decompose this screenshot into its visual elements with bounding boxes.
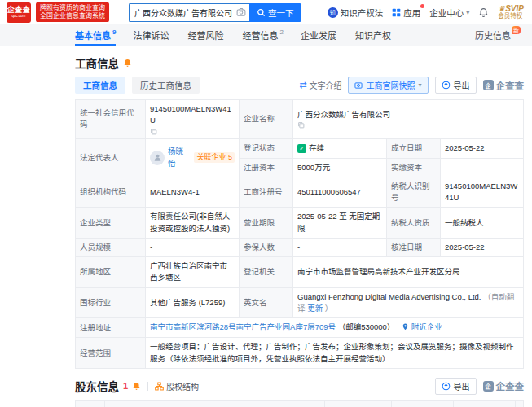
- value-establish-date: 2025-05-22: [441, 138, 524, 158]
- value-business-term: 2025-05-22 至 无固定期限: [293, 208, 387, 239]
- subtab-history-registration[interactable]: 历史工商信息: [132, 77, 200, 94]
- chevron-down-icon: ▾: [418, 81, 421, 89]
- label-reg-capital: 注册资本: [240, 158, 293, 177]
- nearby-companies-link[interactable]: 附近企业: [411, 322, 442, 331]
- ip-law-label: 知识产权法: [341, 7, 384, 19]
- qcc-logo[interactable]: 企查查 qcc.com: [7, 2, 31, 23]
- nav-item-ip-law[interactable]: 知 知识产权法: [328, 7, 384, 19]
- value-company-name: 广西分众数媒广告有限公司: [293, 100, 524, 139]
- equity-structure-link[interactable]: 股权结构: [155, 380, 199, 392]
- shareholders-title: 股东信息: [75, 378, 119, 394]
- apps-label: 应用: [403, 7, 420, 19]
- label-reg-no: 工商注册号: [240, 177, 293, 208]
- chevron-down-icon: ▾: [466, 9, 469, 16]
- svip-entry[interactable]: ♛SVIP 会员特权: [498, 4, 524, 20]
- label-paid-capital: 实缴资本: [387, 158, 441, 177]
- search-button-label: 查一下: [268, 7, 294, 19]
- value-region: 广西壮族自治区南宁市西乡塘区: [146, 257, 240, 288]
- value-credit-code: 91450100MAELN3W41U: [146, 100, 240, 139]
- tab-basic-info[interactable]: 基本信息9: [75, 24, 116, 46]
- tab-operation-info[interactable]: 经营信息2: [242, 24, 283, 46]
- camera-search-icon[interactable]: [236, 7, 246, 17]
- nav-item-enterprise-center[interactable]: 企业中心 ▾: [429, 7, 469, 19]
- slogan-line2: 全国企业信息查询系统: [40, 12, 105, 20]
- value-reg-status: ✓存续: [293, 138, 387, 158]
- nav-item-apps[interactable]: 应用: [392, 7, 420, 19]
- subtab-current-registration[interactable]: 工商信息: [75, 77, 125, 94]
- official-snapshot-button[interactable]: 工商官网快照 ▾: [348, 77, 428, 94]
- bell-icon: [478, 7, 489, 18]
- business-info-header: 工商信息: [75, 55, 524, 71]
- value-taxpayer-id: 91450100MAELN3W41U: [441, 177, 524, 208]
- export-icon: [442, 382, 451, 391]
- value-industry: 其他广告服务 (L7259): [146, 287, 240, 318]
- label-reg-status: 登记状态: [240, 138, 293, 158]
- business-info-title: 工商信息: [75, 55, 119, 71]
- history-new-badge: 新: [512, 26, 521, 34]
- label-legal-rep: 法定代表人: [76, 138, 146, 177]
- tab-company-development[interactable]: 企业发展: [301, 24, 338, 46]
- label-reg-authority: 登记机关: [240, 257, 293, 288]
- label-credit-code: 统一社会信用代码: [76, 100, 146, 139]
- search-button[interactable]: 查一下: [249, 3, 301, 22]
- copy-icon[interactable]: [297, 121, 519, 129]
- col-shareholder-name: 股东名称: [105, 400, 279, 407]
- tab-legal-litigation[interactable]: 法律诉讼: [133, 24, 170, 46]
- snapshot-camera-icon: [354, 81, 363, 90]
- divider: [147, 382, 148, 391]
- label-industry: 国标行业: [76, 287, 146, 318]
- label-staff-size: 人员规模: [76, 238, 146, 256]
- label-company-name: 企业名称: [240, 100, 293, 139]
- export-button[interactable]: 导出: [435, 77, 477, 94]
- value-org-code: MAELN3W4-1: [146, 177, 240, 208]
- search-bar: 查一下: [129, 3, 301, 22]
- label-company-type: 企业类型: [76, 208, 146, 239]
- tab-operation-risk[interactable]: 经营风险: [187, 24, 225, 46]
- business-info-table: 统一社会信用代码 91450100MAELN3W41U 企业名称 广西分众数媒广…: [75, 99, 524, 369]
- search-input[interactable]: [129, 3, 249, 22]
- slogan-banner: 牌照有资质的商业查询 全国企业信息查询系统: [36, 2, 109, 23]
- apps-notification-dot: [420, 4, 424, 8]
- enterprise-center-label: 企业中心: [429, 7, 464, 19]
- org-chart-icon: [155, 382, 164, 391]
- tab-intellectual-property[interactable]: 知识产权: [355, 24, 393, 46]
- col-first-date: 首次持股日期▲▼: [454, 400, 516, 407]
- top-header: 企查查 qcc.com 牌照有资质的商业查询 全国企业信息查询系统 查一下 知: [0, 0, 532, 24]
- subscribe-bell-icon[interactable]: [132, 382, 141, 391]
- company-tabs-bar: 基本信息9 法律诉讼 经营风险 经营信息2 企业发展 知识产权 历史信息 新: [0, 24, 532, 46]
- notification-bell[interactable]: [478, 7, 489, 18]
- text-intro-toggle[interactable]: ⇄ 文字介绍: [299, 79, 341, 91]
- value-reg-authority: 南宁市市场监督管理局高新技术产业开发区分局: [293, 257, 524, 288]
- swap-icon: ⇄: [299, 80, 306, 90]
- value-taxpayer-quality: 一般纳税人: [441, 208, 524, 239]
- value-approval-date: 2025-05-22: [441, 238, 524, 256]
- address-link[interactable]: 南宁市高新区滨河路28号南宁广告产业园A座7层709号: [150, 322, 336, 331]
- qcc-watermark-icon: 企: [483, 381, 494, 392]
- legal-rep-avatar: [150, 151, 165, 165]
- qcc-watermark: 企 企查查: [483, 79, 525, 92]
- search-icon: [257, 8, 266, 17]
- label-org-code: 组织机构代码: [76, 177, 146, 208]
- export-button[interactable]: 导出: [435, 378, 477, 395]
- legal-rep-link[interactable]: 杨晓怡: [168, 146, 191, 169]
- svip-sublabel: 会员特权: [498, 13, 522, 20]
- subscribe-bell-icon[interactable]: [123, 59, 132, 68]
- value-reg-no: 450111000606547: [293, 177, 387, 208]
- label-region: 所属地区: [76, 257, 146, 288]
- english-name-update-link[interactable]: 更新: [307, 304, 323, 313]
- label-english-name: 英文名: [240, 287, 293, 318]
- label-insured-count: 参保人数: [240, 238, 293, 256]
- related-companies-tag[interactable]: 关联企业 5: [194, 152, 235, 164]
- copy-icon[interactable]: [150, 128, 235, 135]
- value-business-scope: 一般经营项目：广告设计、代理；广告制作；广告发布；企业形象策划；会议及展览服务；…: [146, 338, 524, 369]
- status-seal-icon: ✓: [297, 144, 306, 153]
- top-right-nav: 知 知识产权法 应用 企业中心 ▾ ♛SVIP 会员特权: [328, 4, 524, 20]
- value-paid-capital: -: [441, 158, 524, 177]
- col-amount: 认缴出资额▲▼: [325, 400, 392, 407]
- tab-history-info[interactable]: 历史信息 新: [475, 24, 521, 46]
- value-staff-size: -: [146, 238, 240, 256]
- label-approval-date: 核准日期: [387, 238, 441, 256]
- value-company-type: 有限责任公司(非自然人投资或控股的法人独资): [146, 208, 240, 239]
- label-taxpayer-quality: 纳税人资质: [387, 208, 441, 239]
- col-serial: 序号: [76, 400, 105, 407]
